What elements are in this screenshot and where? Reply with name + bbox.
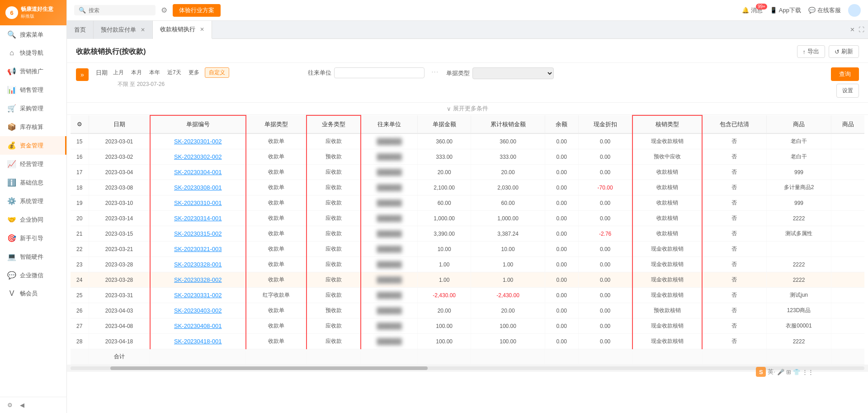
horizontal-scrollbar[interactable] (71, 366, 864, 370)
table-gear-icon[interactable]: ⚙ (77, 121, 82, 128)
row-goods2 (831, 133, 864, 149)
row-accumulated: 2,030.00 (471, 180, 545, 195)
sidebar-item-finance[interactable]: 💰 资金管理 (0, 136, 66, 155)
filter-date-7days[interactable]: 近7天 (165, 67, 184, 78)
export-button[interactable]: ↑ 导出 (797, 45, 826, 58)
topbar-search-box[interactable]: 🔍 (74, 5, 156, 15)
refresh-button[interactable]: ↺ 刷新 (829, 45, 859, 58)
query-button[interactable]: 查询 (831, 67, 859, 81)
sidebar-item-sales[interactable]: 📊 销售管理 (0, 81, 66, 99)
row-singleno[interactable]: SK-20230403-002 (150, 303, 246, 318)
filter-partner-group: 往来单位 (308, 67, 425, 78)
tab-home[interactable]: 首页 (67, 21, 94, 39)
filter-date-more[interactable]: 更多 (186, 67, 202, 78)
sidebar-collapse-icon[interactable]: ◀ (20, 402, 24, 408)
footer-cell (632, 349, 703, 365)
app-download-wrap[interactable]: 📱 App下载 (770, 6, 801, 14)
row-writetype: 现金收款核销 (632, 288, 703, 303)
row-singleno[interactable]: SK-20230328-002 (150, 272, 246, 288)
row-includecleared: 否 (702, 226, 766, 242)
sidebar-item-operation[interactable]: 📈 经营管理 (0, 155, 66, 173)
solution-button[interactable]: 体验行业方案 (173, 4, 221, 17)
row-accumulated: 1.00 (471, 257, 545, 272)
row-singleno[interactable]: SK-20230301-002 (150, 133, 246, 149)
sidebar-item-purchase[interactable]: 🛒 采购管理 (0, 99, 66, 118)
sidebar-item-search[interactable]: 🔍 搜索菜单 (0, 25, 66, 44)
table-row: 282023-04-18SK-20230418-001收款单应收款██████1… (71, 334, 864, 349)
main-wrapper: 🔍 ⚙ 体验行业方案 🔔 消息 99+ 📱 App下载 💬 在线客服 (67, 0, 868, 413)
col-header-goods: 商品 (766, 115, 831, 133)
row-writetype: 预收中应收 (632, 149, 703, 165)
row-goods2 (831, 272, 864, 288)
sidebar-item-inventory[interactable]: 📦 库存核算 (0, 118, 66, 136)
row-partner: ██████ (361, 303, 417, 318)
user-avatar[interactable] (848, 4, 861, 17)
tab-prepay-close[interactable]: ✕ (141, 27, 145, 33)
row-singleno[interactable]: SK-20230321-003 (150, 242, 246, 257)
row-accumulated: 360.00 (471, 133, 545, 149)
filter-partner-input[interactable] (334, 67, 425, 78)
search-input[interactable] (89, 7, 143, 14)
row-balance: 0.00 (545, 180, 578, 195)
row-singleno[interactable]: SK-20230308-001 (150, 180, 246, 195)
table-row: 162023-03-02SK-20230302-002收款单预收款██████3… (71, 149, 864, 165)
tab-prepay[interactable]: 预付款应付单 ✕ (94, 21, 153, 39)
row-date: 2023-03-31 (89, 288, 150, 303)
sidebar-item-enterprise[interactable]: 🤝 企业协同 (0, 210, 66, 229)
row-singleno[interactable]: SK-20230331-002 (150, 288, 246, 303)
filter-date-this-year[interactable]: 本年 (146, 67, 163, 78)
row-partner: ██████ (361, 149, 417, 165)
row-cashdiscount: 0.00 (578, 288, 632, 303)
sidebar-item-wechat[interactable]: 💬 企业微信 (0, 266, 66, 285)
sidebar-item-guide[interactable]: 🎯 新手引导 (0, 229, 66, 247)
row-singleno[interactable]: SK-20230314-001 (150, 211, 246, 226)
row-singleno[interactable]: SK-20230328-001 (150, 257, 246, 272)
row-singleno[interactable]: SK-20230302-002 (150, 149, 246, 165)
tab-collection-close[interactable]: ✕ (200, 26, 204, 33)
row-cashdiscount: 0.00 (578, 165, 632, 180)
filter-date-this-month[interactable]: 本月 (128, 67, 145, 78)
row-goods: 2222 (766, 257, 831, 272)
filter-expand-button[interactable]: » (76, 68, 89, 81)
sidebar-item-quicknav[interactable]: ⌂ 快捷导航 (0, 44, 66, 62)
filter-type-select[interactable] (472, 67, 554, 79)
sidebar-item-member[interactable]: V 畅会员 (0, 285, 66, 303)
row-partner: ██████ (361, 272, 417, 288)
setting-button[interactable]: 设置 (836, 84, 859, 98)
row-singleno[interactable]: SK-20230418-001 (150, 334, 246, 349)
settings-gear-icon[interactable]: ⚙ (161, 6, 167, 14)
messages-badge-wrap[interactable]: 🔔 消息 99+ (742, 6, 763, 14)
row-singleno[interactable]: SK-20230304-001 (150, 165, 246, 180)
row-balance: 0.00 (545, 318, 578, 334)
tab-collection[interactable]: 收款核销执行 ✕ (153, 21, 212, 39)
col-header-gear[interactable]: ⚙ (71, 115, 89, 133)
online-service-wrap[interactable]: 💬 在线客服 (808, 6, 841, 14)
row-biztype: 应收款 (307, 211, 361, 226)
tab-close-all-icon[interactable]: ✕ (850, 26, 855, 33)
sidebar-item-hardware[interactable]: 💻 智能硬件 (0, 247, 66, 266)
filter-date-last-month[interactable]: 上月 (110, 67, 127, 78)
sidebar-item-system[interactable]: ⚙️ 系统管理 (0, 192, 66, 210)
col-header-date: 日期 (89, 115, 150, 133)
table-row: 222023-03-21SK-20230321-003收款单应收款██████1… (71, 242, 864, 257)
scrollbar-thumb[interactable] (110, 366, 428, 370)
row-singleno[interactable]: SK-20230315-002 (150, 226, 246, 242)
expand-more-row[interactable]: ∨ 展开更多条件 (67, 103, 868, 115)
sidebar-item-marketing[interactable]: 📢 营销推广 (0, 62, 66, 81)
sidebar: 6 畅康道好生意 标推版 🔍 搜索菜单 ⌂ 快捷导航 📢 营销推广 📊 销售管理… (0, 0, 67, 413)
table-row: 192023-03-10SK-20230310-001收款单应收款██████6… (71, 195, 864, 211)
row-accumulated: 3,387.24 (471, 226, 545, 242)
col-header-amount: 单据金额 (417, 115, 471, 133)
row-accumulated: 10.00 (471, 242, 545, 257)
row-singleno[interactable]: SK-20230408-001 (150, 318, 246, 334)
row-goods: 老白干 (766, 133, 831, 149)
row-writetype: 现金收款核销 (632, 318, 703, 334)
sidebar-item-basic[interactable]: ℹ️ 基础信息 (0, 173, 66, 192)
row-writetype: 收款核销 (632, 226, 703, 242)
tab-fullscreen-icon[interactable]: ⛶ (859, 26, 864, 33)
row-singletype: 收款单 (246, 195, 307, 211)
filter-date-custom-badge[interactable]: 自定义 (205, 67, 229, 78)
row-singleno[interactable]: SK-20230310-001 (150, 195, 246, 211)
row-biztype: 应收款 (307, 288, 361, 303)
sidebar-settings-icon[interactable]: ⚙ (7, 402, 13, 408)
